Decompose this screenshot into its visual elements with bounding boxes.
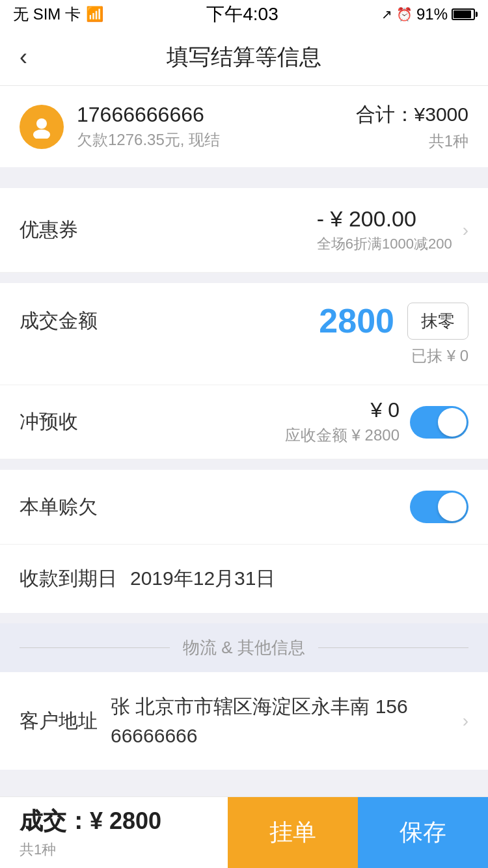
coupon-label: 优惠券	[20, 217, 78, 243]
bottom-bar: 成交：¥ 2800 共1种 挂单 保存	[0, 796, 488, 868]
alarm-icon: ⏰	[396, 7, 413, 22]
coupon-right: - ¥ 200.00 全场6折满1000减200 ›	[317, 206, 468, 254]
section-header-logistics: 物流 & 其他信息	[0, 623, 488, 672]
page-title: 填写结算等信息	[167, 42, 321, 72]
round-button[interactable]: 抹零	[407, 303, 468, 340]
svg-point-0	[36, 118, 47, 129]
back-button[interactable]: ‹	[20, 37, 34, 77]
customer-debt: 欠款1276.35元, 现结	[77, 129, 220, 150]
battery-icon	[452, 8, 475, 20]
prepay-section: 冲预收 ¥ 0 应收金额 ¥ 2800	[0, 385, 488, 459]
section-header-text: 物流 & 其他信息	[183, 636, 305, 659]
deal-label: 成交金额	[20, 308, 98, 334]
address-chevron-icon: ›	[463, 711, 468, 731]
coupon-info: - ¥ 200.00 全场6折满1000减200	[317, 206, 452, 254]
toggle-knob	[438, 408, 467, 437]
status-time: 下午4:03	[206, 2, 278, 27]
divider-2	[0, 273, 488, 283]
bottom-deal-amount: ¥ 2800	[90, 807, 161, 834]
duedate-label: 收款到期日	[20, 565, 117, 592]
address-row[interactable]: 客户地址 张 北京市市辖区海淀区永丰南 156 66666666 ›	[0, 672, 488, 770]
divider-4	[0, 613, 488, 623]
header-line-right	[318, 647, 468, 648]
credit-row: 本单赊欠	[0, 470, 488, 544]
status-right: ↗ ⏰ 91%	[381, 5, 475, 23]
credit-toggle-knob	[438, 493, 467, 521]
address-label: 客户地址	[20, 708, 98, 735]
carrier-text: 无 SIM 卡	[13, 4, 81, 25]
bottom-summary: 成交：¥ 2800 共1种	[0, 806, 228, 860]
customer-phone: 17666666666	[77, 103, 220, 127]
battery-percent: 91%	[416, 5, 448, 23]
deal-sub: 已抹 ¥ 0	[20, 346, 468, 366]
status-bar: 无 SIM 卡 📶 下午4:03 ↗ ⏰ 91%	[0, 0, 488, 29]
duedate-value: 2019年12月31日	[130, 565, 275, 592]
deal-section: 成交金额 2800 抹零 已抹 ¥ 0	[0, 283, 488, 385]
content-area: 17666666666 欠款1276.35元, 现结 合计：¥3000 共1种 …	[0, 86, 488, 868]
prepay-right: ¥ 0 应收金额 ¥ 2800	[285, 398, 468, 446]
nav-bar: ‹ 填写结算等信息	[0, 29, 488, 86]
prepay-info: ¥ 0 应收金额 ¥ 2800	[285, 398, 400, 446]
prepay-sub: 应收金额 ¥ 2800	[285, 425, 400, 446]
deal-row: 成交金额 2800 抹零	[20, 301, 468, 340]
status-carrier: 无 SIM 卡 📶	[13, 4, 103, 25]
svg-point-1	[33, 129, 50, 139]
coupon-desc: 全场6折满1000减200	[317, 234, 452, 254]
bottom-deal-line: 成交：¥ 2800	[20, 806, 208, 837]
customer-left: 17666666666 欠款1276.35元, 现结	[20, 103, 220, 150]
deal-right: 2800 抹零	[319, 301, 468, 340]
total-count: 共1种	[356, 131, 468, 152]
customer-right: 合计：¥3000 共1种	[356, 102, 468, 152]
location-icon: ↗	[381, 7, 392, 22]
save-button[interactable]: 保存	[358, 797, 488, 869]
duedate-row: 收款到期日 2019年12月31日	[0, 545, 488, 613]
deal-amount-value: 2800	[319, 301, 394, 340]
customer-card: 17666666666 欠款1276.35元, 现结 合计：¥3000 共1种	[0, 86, 488, 167]
coupon-chevron-icon: ›	[463, 220, 468, 241]
credit-label: 本单赊欠	[20, 494, 98, 521]
prepay-label: 冲预收	[20, 409, 78, 435]
pending-button[interactable]: 挂单	[228, 797, 358, 869]
total-amount: 合计：¥3000	[356, 102, 468, 128]
bottom-count: 共1种	[20, 840, 208, 860]
bottom-deal-label: 成交：	[20, 807, 90, 834]
coupon-amount: - ¥ 200.00	[317, 206, 452, 232]
customer-info: 17666666666 欠款1276.35元, 现结	[77, 103, 220, 150]
avatar	[20, 105, 64, 149]
wifi-icon: 📶	[86, 6, 103, 23]
address-value: 张 北京市市辖区海淀区永丰南 156 66666666	[111, 692, 450, 750]
prepay-toggle[interactable]	[410, 406, 468, 439]
header-line-left	[20, 647, 170, 648]
divider-3	[0, 459, 488, 470]
prepay-amount: ¥ 0	[285, 398, 400, 422]
prepay-row: 冲预收 ¥ 0 应收金额 ¥ 2800	[20, 398, 468, 446]
credit-toggle[interactable]	[410, 491, 468, 523]
divider-1	[0, 178, 488, 188]
coupon-row[interactable]: 优惠券 - ¥ 200.00 全场6折满1000减200 ›	[0, 188, 488, 273]
